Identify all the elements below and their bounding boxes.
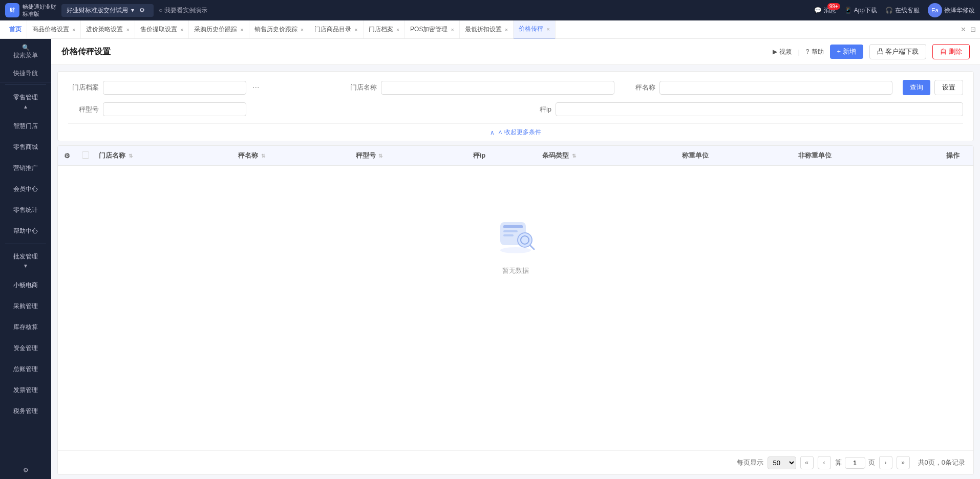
per-page-select[interactable]: 50 10 20 100 xyxy=(768,456,796,469)
data-table: ⚙ 门店名称 ⇅ 秤名称 xyxy=(58,146,973,166)
sidebar-search[interactable]: 🔍 搜索菜单 xyxy=(0,39,51,65)
tab-close-sale-price[interactable]: × xyxy=(180,27,183,33)
sidebar-divider-2 xyxy=(5,244,46,244)
sidebar-item-finance[interactable]: 资金管理 xyxy=(0,338,51,359)
sort-icon-scale-model: ⇅ xyxy=(378,153,382,159)
tab-close-all-icon[interactable]: ✕ xyxy=(961,26,966,33)
sidebar-item-member-center[interactable]: 会员中心 xyxy=(0,179,51,200)
message-icon: 💬 xyxy=(814,7,822,14)
messages-badge: 99+ xyxy=(827,3,840,10)
prev-page-btn[interactable]: ‹ xyxy=(818,456,831,469)
page-input[interactable] xyxy=(845,457,865,469)
tab-expand-icon[interactable]: ⊡ xyxy=(970,26,976,33)
sidebar-item-ledger[interactable]: 总账管理 xyxy=(0,359,51,380)
tab-close-purchase-strategy[interactable]: × xyxy=(126,27,129,33)
tab-close-commodity-price[interactable]: × xyxy=(72,27,75,33)
filter-collapse-btn[interactable]: ∧ ∧ 收起更多条件 xyxy=(68,123,963,141)
video-link[interactable]: ▶ 视频 xyxy=(773,48,792,56)
sidebar-item-inventory[interactable]: 库存核算 xyxy=(0,317,51,338)
th-weight-unit: 称重单位 xyxy=(678,146,794,166)
th-store-name[interactable]: 门店名称 ⇅ xyxy=(95,146,234,166)
sidebar-item-tax[interactable]: 税务管理 xyxy=(0,401,51,422)
delete-button[interactable]: 自 删除 xyxy=(932,44,970,59)
online-service-button[interactable]: 🎧 在线客服 xyxy=(885,6,920,15)
th-gear[interactable]: ⚙ xyxy=(58,146,76,166)
store-name-input[interactable] xyxy=(381,81,614,95)
tab-close-purchase-history[interactable]: × xyxy=(240,27,243,33)
sidebar-item-xiaochang[interactable]: 小畅电商 xyxy=(0,275,51,296)
scale-ip-input[interactable] xyxy=(556,102,963,116)
content-area: 价格传秤设置 ▶ 视频 | ? 帮助 + 新增 凸 客户端下载 xyxy=(51,39,980,479)
th-barcode-type[interactable]: 条码类型 ⇅ xyxy=(538,146,677,166)
download-icon: 📱 xyxy=(844,7,852,14)
tab-price-scale[interactable]: 价格传秤 × xyxy=(514,20,555,39)
first-page-icon: « xyxy=(805,459,808,466)
sidebar-item-retail-mgmt[interactable]: 零售管理 ▲ xyxy=(0,87,51,116)
tab-min-discount[interactable]: 最低折扣设置 × xyxy=(460,20,514,39)
first-page-btn[interactable]: « xyxy=(800,456,814,469)
tab-sale-price[interactable]: 售价提取设置 × xyxy=(135,20,189,39)
tab-close-price-scale[interactable]: × xyxy=(546,26,549,32)
tab-bar-end: ✕ ⊡ xyxy=(956,26,976,33)
select-all-checkbox[interactable] xyxy=(82,151,89,159)
tab-purchase-strategy[interactable]: 进价策略设置 × xyxy=(81,20,135,39)
query-button[interactable]: 查询 xyxy=(903,80,930,95)
tab-close-pos-management[interactable]: × xyxy=(451,27,454,33)
app-download-button[interactable]: 📱 App下载 xyxy=(844,6,877,15)
tab-store-catalog[interactable]: 门店商品目录 × xyxy=(309,20,363,39)
tab-bar: 首页 商品价格设置 × 进价策略设置 × 售价提取设置 × 采购历史价跟踪 × … xyxy=(0,20,980,39)
settings-icon[interactable]: ⚙ xyxy=(139,7,145,14)
sidebar-item-invoice[interactable]: 发票管理 xyxy=(0,380,51,401)
tab-sale-history[interactable]: 销售历史价跟踪 × xyxy=(249,20,309,39)
help-link[interactable]: ? 帮助 xyxy=(806,48,824,56)
th-scale-model[interactable]: 秤型号 ⇅ xyxy=(352,146,469,166)
logo-icon: 财 xyxy=(5,3,19,17)
last-page-btn[interactable]: » xyxy=(897,456,910,469)
collapse-icon: ∧ xyxy=(490,129,495,136)
sidebar-item-marketing[interactable]: 营销推广 xyxy=(0,158,51,179)
next-page-btn[interactable]: › xyxy=(879,456,892,469)
sidebar-settings-button[interactable]: ⚙ xyxy=(0,462,51,479)
tab-purchase-history[interactable]: 采购历史价跟踪 × xyxy=(189,20,249,39)
next-page-icon: › xyxy=(885,459,887,466)
th-scale-name[interactable]: 秤名称 ⇅ xyxy=(234,146,351,166)
header-divider: | xyxy=(798,48,799,56)
content-header: 价格传秤设置 ▶ 视频 | ? 帮助 + 新增 凸 客户端下载 xyxy=(51,39,980,65)
tab-close-sale-history[interactable]: × xyxy=(301,27,304,33)
sidebar-item-retail-mall[interactable]: 零售商城 xyxy=(0,137,51,158)
sidebar-item-smart-store[interactable]: 智慧门店 xyxy=(0,116,51,137)
add-button[interactable]: + 新增 xyxy=(830,45,863,59)
tab-close-min-discount[interactable]: × xyxy=(505,27,508,33)
tab-commodity-price[interactable]: 商品价格设置 × xyxy=(27,20,81,39)
last-page-icon: » xyxy=(901,459,905,466)
tab-pos-management[interactable]: POS加密管理 × xyxy=(405,20,460,39)
sidebar-item-purchase-mgmt[interactable]: 采购管理 xyxy=(0,296,51,317)
store-profile-picker[interactable]: ··· xyxy=(250,83,261,92)
tab-home[interactable]: 首页 xyxy=(4,20,27,39)
messages-button[interactable]: 💬 消息 99+ xyxy=(814,6,836,15)
scale-model-input[interactable] xyxy=(103,102,246,116)
filter-store-name: 门店名称 xyxy=(346,81,614,95)
set-button[interactable]: 设置 xyxy=(934,80,963,95)
sidebar-quick-nav[interactable]: 快捷导航 xyxy=(0,65,51,82)
sidebar-item-help-center[interactable]: 帮助中心 xyxy=(0,221,51,242)
tab-close-store-profile[interactable]: × xyxy=(396,27,399,33)
sidebar-item-wholesale-mgmt[interactable]: 批发管理 ▼ xyxy=(0,246,51,275)
download-button[interactable]: 凸 客户端下载 xyxy=(869,44,927,59)
svg-point-0 xyxy=(500,247,531,253)
store-name-label: 门店名称 xyxy=(346,83,377,92)
user-profile-button[interactable]: Ea 徐泽华修改 xyxy=(928,3,975,17)
store-profile-input[interactable] xyxy=(103,81,246,95)
tab-close-store-catalog[interactable]: × xyxy=(354,27,357,33)
th-check[interactable] xyxy=(76,146,95,166)
tab-store-profile[interactable]: 门店档案 × xyxy=(364,20,405,39)
table-settings-icon[interactable]: ⚙ xyxy=(64,152,70,160)
svg-rect-3 xyxy=(503,230,518,232)
headset-icon: 🎧 xyxy=(885,7,893,14)
demo-link[interactable]: ○ 我要看实例演示 xyxy=(159,6,207,15)
version-selector[interactable]: 好业财标准版交付试用 ▾ ⚙ xyxy=(61,4,154,17)
filter-store-profile: 门店档案 ··· xyxy=(68,81,336,95)
scale-name-label: 秤名称 xyxy=(625,83,655,92)
sidebar-item-retail-stats[interactable]: 零售统计 xyxy=(0,200,51,221)
scale-name-input[interactable] xyxy=(659,81,892,95)
